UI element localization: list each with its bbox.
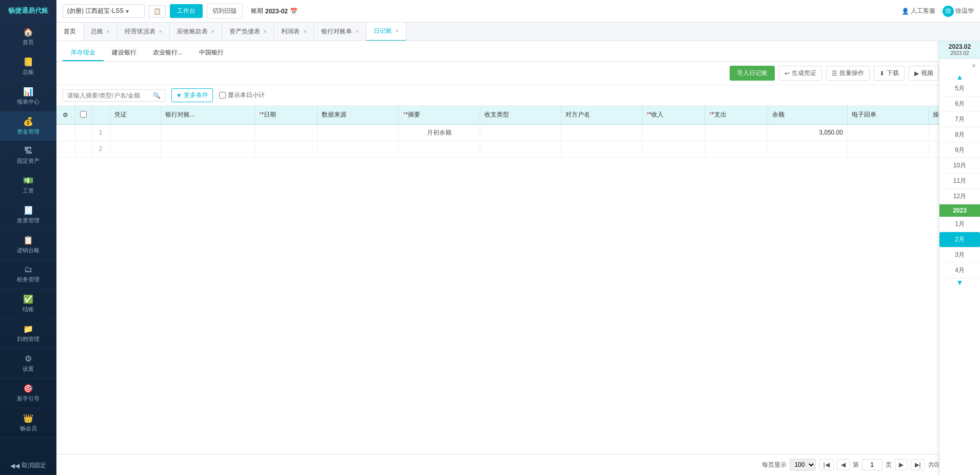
tab-diary-close[interactable]: × bbox=[396, 28, 399, 34]
batch-operation-button[interactable]: ☰ 批量操作 bbox=[826, 66, 870, 81]
table-header-row: ⚙ 凭证 银行对账... **日期 数据来源 **摘要 收支类型 对 bbox=[56, 106, 980, 124]
table-wrap: ⚙ 凭证 银行对账... **日期 数据来源 **摘要 收支类型 对 bbox=[56, 106, 980, 454]
app-logo[interactable]: 畅捷通易代账 bbox=[0, 0, 56, 22]
sidebar-item-reports[interactable]: 📊 报表中心 bbox=[0, 82, 56, 111]
user-info[interactable]: 徐 徐温华 bbox=[943, 6, 974, 17]
calendar-icon[interactable]: 📅 bbox=[290, 8, 298, 15]
search-icon[interactable]: 🔍 bbox=[153, 92, 161, 99]
sub-tab-boc[interactable]: 中国银行 bbox=[191, 45, 232, 61]
period-down-btn[interactable]: ▼ bbox=[954, 278, 966, 287]
download-button[interactable]: ⬇ 下载 bbox=[874, 66, 905, 81]
customer-service-btn[interactable]: 👤 人工客服 bbox=[901, 7, 935, 15]
period-month-12[interactable]: 12月 bbox=[939, 189, 980, 204]
workbench-button[interactable]: 工作台 bbox=[170, 4, 203, 18]
td-num-1: 1 bbox=[91, 124, 110, 141]
tab-ledger[interactable]: 总账 × bbox=[84, 23, 117, 41]
sidebar-item-settlement[interactable]: ✅ 结账 bbox=[0, 289, 56, 319]
period-panel-close-btn[interactable]: × bbox=[968, 59, 980, 73]
sidebar-item-home[interactable]: 🏠 首页 bbox=[0, 22, 56, 52]
period-month-11[interactable]: 11月 bbox=[939, 174, 980, 189]
tab-home-label: 首页 bbox=[64, 27, 76, 36]
tab-profit-close[interactable]: × bbox=[303, 29, 306, 34]
topbar: (勿册) 江西超宝-LSS ▾ 📋 工作台 切到旧版 账期 2023-02 📅 … bbox=[56, 0, 980, 23]
sidebar-item-archive[interactable]: 📁 归档管理 bbox=[0, 319, 56, 349]
tab-business[interactable]: 经营状况表 × bbox=[117, 23, 170, 41]
company-selector[interactable]: (勿册) 江西超宝-LSS ▾ bbox=[63, 4, 145, 18]
vip-icon: 👑 bbox=[23, 413, 33, 423]
sidebar-item-settings[interactable]: ⚙ 设置 bbox=[0, 349, 56, 378]
sidebar-item-sales[interactable]: 📋 进销台账 bbox=[0, 230, 56, 260]
sub-tab-cash[interactable]: 库存现金 bbox=[63, 45, 104, 61]
sidebar-item-guide[interactable]: 🎯 新手引导 bbox=[0, 378, 56, 408]
td-voucher-2 bbox=[110, 141, 161, 157]
video-button[interactable]: ▶ 视频 bbox=[909, 66, 939, 81]
th-check[interactable] bbox=[75, 106, 91, 124]
period-month-6[interactable]: 6月 bbox=[939, 97, 980, 112]
sidebar-label-archive: 归档管理 bbox=[17, 335, 40, 343]
td-settings-1 bbox=[56, 124, 75, 141]
sidebar-item-vip[interactable]: 👑 畅会员 bbox=[0, 408, 56, 438]
sidebar-label-home: 首页 bbox=[23, 39, 34, 46]
period-year-2023[interactable]: 2023 bbox=[939, 204, 980, 217]
generate-voucher-button[interactable]: ↩ 生成凭证 bbox=[779, 66, 822, 81]
tab-business-close[interactable]: × bbox=[159, 29, 162, 34]
more-filters-button[interactable]: ▼ 更多条件 bbox=[171, 88, 213, 102]
content-toolbar: 导入日记账 ↩ 生成凭证 ☰ 批量操作 ⬇ 下载 ▶ 视频 bbox=[56, 62, 980, 85]
period-month-5[interactable]: 5月 bbox=[939, 81, 980, 97]
th-voucher: 凭证 bbox=[110, 106, 161, 124]
period-month-10[interactable]: 10月 bbox=[939, 158, 980, 174]
period-month-9[interactable]: 9月 bbox=[939, 143, 980, 158]
sidebar-item-payroll[interactable]: 💵 工资 bbox=[0, 170, 56, 200]
show-daily-checkbox[interactable] bbox=[219, 92, 226, 99]
sub-tab-ccb[interactable]: 建设银行 bbox=[104, 45, 145, 61]
copy-button[interactable]: 📋 bbox=[149, 5, 166, 17]
filter-bar: 🔍 ▼ 更多条件 显示本日小计 拆称: 人民币 bbox=[56, 85, 980, 106]
show-daily-label[interactable]: 显示本日小计 bbox=[219, 91, 265, 100]
tab-receivable[interactable]: 应收账款表 × bbox=[170, 23, 222, 41]
check-all-checkbox[interactable] bbox=[80, 111, 87, 118]
import-diary-button[interactable]: 导入日记账 bbox=[730, 66, 775, 81]
tab-bank[interactable]: 银行对账单 × bbox=[314, 23, 366, 41]
filter-icon: ▼ bbox=[176, 92, 182, 99]
period-up-btn[interactable]: ▲ bbox=[954, 73, 966, 81]
tab-bank-close[interactable]: × bbox=[356, 29, 359, 34]
tab-ledger-close[interactable]: × bbox=[107, 29, 110, 34]
sidebar-label-reports: 报表中心 bbox=[17, 98, 40, 106]
tab-assets-label: 资产负债表 bbox=[229, 27, 260, 36]
th-settings[interactable]: ⚙ bbox=[56, 106, 75, 124]
ledger-icon: 📒 bbox=[23, 57, 33, 67]
period-month-1[interactable]: 1月 bbox=[939, 217, 980, 232]
sub-tab-abc[interactable]: 农业银行... bbox=[145, 45, 191, 61]
sidebar-item-assets-mgmt[interactable]: 💰 资金管理 bbox=[0, 111, 56, 141]
period-month-3[interactable]: 3月 bbox=[939, 248, 980, 263]
period-label: 账期 bbox=[251, 7, 263, 15]
per-page-select[interactable]: 100 50 200 bbox=[790, 459, 816, 471]
period-month-7[interactable]: 7月 bbox=[939, 112, 980, 127]
period-month-2[interactable]: 2月 bbox=[939, 232, 980, 248]
page-input[interactable] bbox=[862, 459, 883, 470]
tab-receivable-close[interactable]: × bbox=[211, 29, 214, 34]
period-month-4[interactable]: 4月 bbox=[939, 263, 980, 278]
sidebar-item-ledger[interactable]: 📒 总账 bbox=[0, 52, 56, 82]
th-summary: **摘要 bbox=[399, 106, 480, 124]
sidebar-item-invoice[interactable]: 🧾 发票管理 bbox=[0, 200, 56, 230]
old-version-button[interactable]: 切到旧版 bbox=[207, 4, 243, 18]
chevron-down-icon: ▾ bbox=[126, 8, 129, 15]
topbar-right: 👤 人工客服 徐 徐温华 bbox=[901, 6, 974, 17]
search-input[interactable] bbox=[67, 92, 151, 99]
sidebar-item-fixed-assets[interactable]: 🏗 固定资产 bbox=[0, 141, 56, 170]
tab-assets-close[interactable]: × bbox=[264, 29, 267, 34]
next-page-btn[interactable]: ▶ bbox=[895, 459, 908, 470]
tab-assets[interactable]: 资产负债表 × bbox=[222, 23, 275, 41]
tab-home[interactable]: 首页 bbox=[56, 23, 84, 41]
period-month-8[interactable]: 8月 bbox=[939, 127, 980, 143]
tab-diary[interactable]: 日记账 × bbox=[366, 23, 406, 41]
last-page-btn[interactable]: ▶| bbox=[911, 459, 925, 470]
sidebar-item-tax[interactable]: 🗂 税务管理 bbox=[0, 260, 56, 289]
th-income: **收入 bbox=[642, 106, 705, 124]
first-page-btn[interactable]: |◀ bbox=[819, 459, 833, 470]
tab-profit[interactable]: 利润表 × bbox=[274, 23, 314, 41]
unpin-button[interactable]: ◀◀ 取消固定 bbox=[0, 456, 56, 475]
prev-page-btn[interactable]: ◀ bbox=[837, 459, 850, 470]
th-payment-type: 收支类型 bbox=[480, 106, 561, 124]
